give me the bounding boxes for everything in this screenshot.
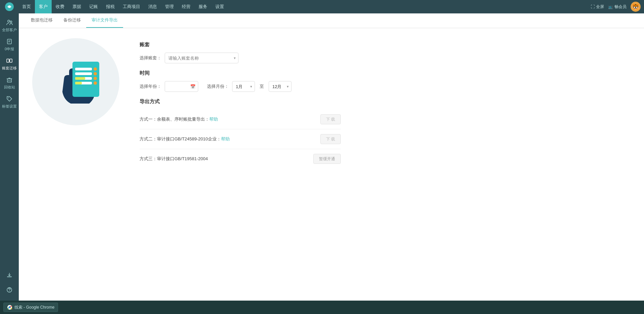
recycle-icon — [6, 76, 13, 83]
nav-right: ⛶ 全屏 📺 畅会员 🐯 — [591, 2, 641, 12]
export-method-3-row: 方式三：审计接口GB/T19581-2004 暂缓开通 — [140, 149, 341, 169]
sidebar-label-declaration: 0申报 — [5, 47, 14, 52]
account-select-row: 选择账套： ▾ — [140, 53, 341, 63]
svg-point-23 — [94, 77, 97, 80]
nav-accounting[interactable]: 记账 — [85, 0, 102, 13]
sidebar-label-customers: 全部客户 — [2, 27, 17, 33]
nav-settings[interactable]: 设置 — [211, 0, 228, 13]
tab-data-migration[interactable]: 数据包迁移 — [25, 13, 58, 28]
svg-rect-4 — [7, 39, 11, 44]
account-section-title: 账套 — [140, 42, 341, 48]
export-method-2-help[interactable]: 帮助 — [221, 136, 230, 141]
top-navigation: 首页 客户 收费 票据 记账 报税 工商项目 消息 管理 经营 服务 设置 ⛶ … — [0, 0, 644, 13]
tab-audit-export[interactable]: 审计文件导出 — [86, 13, 123, 28]
users-icon — [6, 19, 13, 26]
sidebar-label-migrate: 账套迁移 — [2, 66, 17, 71]
svg-rect-8 — [10, 59, 12, 62]
nav-fee[interactable]: 收费 — [52, 0, 68, 13]
time-section-title: 时间 — [140, 70, 341, 76]
svg-rect-25 — [75, 77, 85, 80]
svg-point-15 — [9, 291, 10, 292]
export-method-2-row: 方式二：审计接口GB/T24589-2010企业：帮助 下 载 — [140, 129, 341, 149]
export-section: 导出方式 方式一：余额表、序时账批量导出：帮助 下 载 方式二：审计接口GB/T… — [140, 99, 341, 169]
svg-point-24 — [94, 81, 97, 85]
svg-point-21 — [94, 67, 97, 71]
sidebar-label-tags: 标签设置 — [2, 104, 17, 109]
year-input-wrap: 2023 📅 — [165, 81, 198, 92]
illustration — [32, 38, 119, 125]
nav-operation[interactable]: 经营 — [178, 0, 195, 13]
sidebar-download-icon[interactable] — [3, 268, 16, 282]
sidebar-item-all-customers[interactable]: 全部客户 — [0, 16, 19, 35]
svg-point-29 — [9, 307, 11, 308]
svg-point-1 — [8, 6, 10, 8]
export-method-1-btn[interactable]: 下 载 — [320, 114, 341, 124]
user-avatar[interactable]: 🐯 — [631, 2, 641, 12]
export-method-3-btn[interactable]: 暂缓开通 — [313, 154, 341, 164]
svg-rect-17 — [75, 68, 92, 70]
nav-items: 首页 客户 收费 票据 记账 报税 工商项目 消息 管理 经营 服务 设置 — [18, 0, 591, 13]
vip-label: 畅会员 — [614, 4, 627, 10]
taskbar: 线索 - Google Chrome — [0, 301, 644, 314]
time-select-row: 选择年份： 2023 📅 选择月份： 1月2月3月4月 5月6月7月8月 9月1… — [140, 81, 341, 92]
svg-point-3 — [10, 21, 12, 23]
export-method-2-btn[interactable]: 下 载 — [320, 134, 341, 144]
nav-message[interactable]: 消息 — [144, 0, 161, 13]
nav-invoice[interactable]: 票据 — [68, 0, 85, 13]
sidebar-item-recycle[interactable]: 回收站 — [0, 73, 19, 92]
month-start-select[interactable]: 1月2月3月4月 5月6月7月8月 9月10月11月12月 — [232, 81, 255, 92]
month-end-select[interactable]: 1月2月3月4月 5月6月7月8月 9月10月11月12月 — [269, 81, 291, 92]
nav-tax[interactable]: 报税 — [102, 0, 119, 13]
svg-rect-7 — [7, 59, 9, 62]
taskbar-chrome[interactable]: 线索 - Google Chrome — [3, 303, 58, 312]
year-select-label: 选择年份： — [140, 83, 161, 89]
export-method-1-row: 方式一：余额表、序时账批量导出：帮助 下 载 — [140, 110, 341, 129]
to-label: 至 — [258, 83, 265, 89]
app-logo — [3, 1, 15, 13]
month-start-wrap: 1月2月3月4月 5月6月7月8月 9月10月11月12月 ▾ — [232, 81, 255, 92]
migrate-icon — [6, 57, 13, 64]
sidebar-item-tags[interactable]: 标签设置 — [0, 92, 19, 112]
taskbar-chrome-label: 线索 - Google Chrome — [14, 305, 54, 310]
page-content: 账套 选择账套： ▾ 时间 选择年份： 2023 — [19, 28, 644, 301]
sidebar-help-icon[interactable] — [3, 283, 16, 297]
month-end-wrap: 1月2月3月4月 5月6月7月8月 9月10月11月12月 ▾ — [269, 81, 291, 92]
export-method-1-help[interactable]: 帮助 — [209, 117, 218, 122]
sidebar-item-migrate[interactable]: 账套迁移 — [0, 54, 19, 73]
export-method-1-label: 方式一：余额表、序时账批量导出：帮助 — [140, 116, 218, 122]
form-section: 账套 选择账套： ▾ 时间 选择年份： 2023 — [32, 38, 631, 169]
content-area: 数据包迁移 备份迁移 审计文件导出 — [19, 13, 644, 301]
svg-rect-13 — [7, 276, 12, 277]
sidebar: 全部客户 0申报 账套迁移 — [0, 13, 19, 301]
fullscreen-label: 全屏 — [596, 4, 604, 10]
declaration-icon — [6, 38, 13, 45]
account-select-label: 选择账套： — [140, 55, 161, 61]
nav-customer[interactable]: 客户 — [35, 0, 52, 13]
tag-icon — [6, 95, 13, 103]
main-layout: 全部客户 0申报 账套迁移 — [0, 13, 644, 301]
fullscreen-icon: ⛶ — [591, 4, 595, 9]
svg-rect-26 — [75, 82, 82, 84]
tab-bar: 数据包迁移 备份迁移 审计文件导出 — [19, 13, 644, 28]
export-method-2-label: 方式二：审计接口GB/T24589-2010企业：帮助 — [140, 136, 230, 142]
nav-manage[interactable]: 管理 — [161, 0, 178, 13]
fullscreen-button[interactable]: ⛶ 全屏 — [591, 4, 604, 10]
month-select-label: 选择月份： — [207, 83, 229, 89]
account-select-input[interactable] — [165, 53, 238, 63]
nav-service[interactable]: 服务 — [195, 0, 211, 13]
sidebar-item-declaration[interactable]: 0申报 — [0, 35, 19, 54]
sidebar-bottom — [3, 268, 16, 301]
year-input[interactable]: 2023 — [165, 81, 198, 92]
chrome-icon — [7, 305, 12, 310]
export-method-3-label: 方式三：审计接口GB/T19581-2004 — [140, 156, 208, 162]
svg-point-22 — [94, 72, 97, 75]
nav-home[interactable]: 首页 — [18, 0, 35, 13]
nav-business[interactable]: 工商项目 — [119, 0, 144, 13]
vip-button[interactable]: 📺 畅会员 — [608, 4, 627, 10]
svg-point-12 — [8, 98, 9, 98]
sidebar-label-recycle: 回收站 — [4, 85, 15, 90]
svg-rect-18 — [75, 72, 92, 75]
tab-backup-migration[interactable]: 备份迁移 — [58, 13, 86, 28]
svg-point-2 — [8, 20, 10, 22]
export-section-title: 导出方式 — [140, 99, 341, 105]
